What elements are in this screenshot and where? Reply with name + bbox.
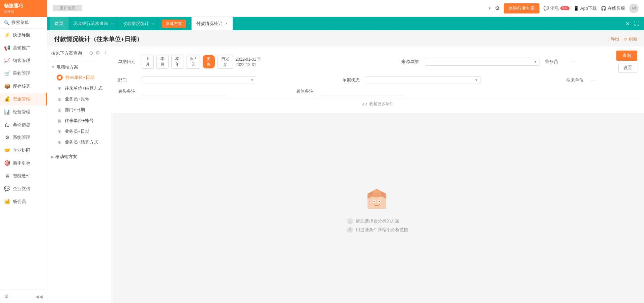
table-icon: ⊞: [57, 129, 62, 134]
svg-point-8: [379, 201, 380, 202]
step-1-num: 1: [347, 218, 353, 224]
new-scheme-btn[interactable]: 新建方案: [162, 20, 186, 28]
sidebar-item-finance[interactable]: 💰 资金管理: [0, 93, 47, 105]
tab-collection-stats-label: 收款情况统计: [123, 21, 149, 27]
sidebar: 畅捷通巧 标准版 🔍 搜索菜单 ⚡ 快捷导航 📢 营销推广 📈 销售管理 🛒 采…: [0, 0, 47, 303]
empty-state: 1 请先选择要分析的方案 2 用过滤条件来缩小分析范围: [111, 113, 644, 303]
sidebar-item-operation[interactable]: 📊 经营管理: [0, 105, 47, 118]
table-body-note-label: 表体备注: [296, 88, 320, 94]
table-body-note-input[interactable]: [320, 87, 404, 95]
sidebar-item-guide[interactable]: 🎯 新手引导: [0, 157, 47, 170]
desktop-group-header[interactable]: ▼ 电脑端方案: [47, 62, 111, 72]
quick-nav-icon: ⚡: [4, 32, 10, 38]
scheme-item-partner-account[interactable]: ▦ 往来单位+账号: [47, 115, 111, 126]
guide-icon: 🎯: [4, 160, 10, 166]
tab-payment-stats[interactable]: 付款情况统计 ×: [192, 17, 232, 30]
more-date-btn[interactable]: 更多: [203, 55, 215, 68]
empty-step-1: 1 请先选择要分析的方案: [347, 218, 408, 224]
sidebar-item-system[interactable]: ⚙ 系统管理: [0, 131, 47, 144]
table-header-note-input[interactable]: [142, 87, 226, 95]
sidebar-item-marketing[interactable]: 📢 营销推广: [0, 41, 47, 54]
scheme-item-label: 部门+日期: [65, 107, 85, 113]
mobile-group-header[interactable]: ▶ 移动端方案: [47, 152, 111, 162]
side-panel-settings-btn[interactable]: ⚙: [95, 50, 100, 56]
table-icon: ⊞: [57, 96, 62, 102]
topbar: 用户信息 ▾ ⚙ 体验行业方案 💬 消息 99+ 📱 App下载 🎧 在线客服 …: [47, 0, 644, 17]
last-7-days-btn[interactable]: 近7天: [186, 55, 200, 69]
online-service-btn[interactable]: 🎧 在线客服: [601, 5, 625, 11]
table-icon: ⊞: [57, 140, 62, 145]
sidebar-item-basic-info[interactable]: 🗂 基础信息: [0, 118, 47, 131]
wechat-icon: 💬: [4, 186, 10, 192]
sidebar-item-purchase[interactable]: 🛒 采购管理: [0, 67, 47, 80]
refresh-btn[interactable]: ↺ 刷新: [623, 36, 637, 42]
sidebar-item-label: 营销推广: [13, 45, 30, 51]
settings-btn[interactable]: 设置: [618, 63, 637, 73]
tab-bank-flow[interactable]: 现金银行流水查询 ×: [68, 17, 118, 30]
sidebar-item-member[interactable]: 👑 畅会员: [0, 195, 47, 208]
tab-payment-stats-close[interactable]: ×: [225, 22, 227, 26]
sidebar-item-hardware[interactable]: 🖥 智能硬件: [0, 170, 47, 182]
collapse-label: 收起更多条件: [369, 101, 393, 107]
svg-point-7: [374, 201, 375, 202]
app-download-icon: 📱: [574, 6, 579, 11]
sidebar-item-label: 智能硬件: [13, 173, 30, 179]
group-expand-icon: ▼: [51, 65, 55, 69]
partner-dots[interactable]: ···: [590, 77, 597, 83]
voucher-status-select[interactable]: ▾: [366, 76, 480, 84]
sidebar-item-collab[interactable]: 🤝 企业协同: [0, 144, 47, 157]
scheme-item-label: 业务员+日期: [65, 128, 89, 134]
sidebar-item-label: 新手引导: [13, 160, 30, 166]
table-icon: ⊞: [57, 86, 62, 91]
salesman-dots[interactable]: ···: [570, 59, 577, 65]
tab-collection-stats[interactable]: 收款情况统计 ×: [118, 17, 159, 30]
export-icon: ↑: [607, 37, 610, 42]
avatar-placeholder: Rit: [632, 6, 636, 10]
tab-collection-stats-close[interactable]: ×: [152, 22, 154, 26]
scheme-item-dept-date[interactable]: ⊞ 部门+日期: [47, 104, 111, 115]
custom-date-btn[interactable]: 自定义: [217, 55, 233, 69]
collapse-sidebar-icon[interactable]: ◀◀: [35, 294, 43, 299]
search-icon: 🔍: [4, 20, 9, 25]
split-pane: 按以下方案查询 ⊕ ⚙ 《 ▼ 电脑端方案: [47, 47, 644, 303]
scheme-item-salesman-settlement[interactable]: ⊞ 业务员+结算方式: [47, 137, 111, 148]
tab-new-scheme-close[interactable]: ×: [188, 22, 190, 26]
search-menu[interactable]: 🔍 搜索菜单: [0, 17, 47, 29]
user-avatar[interactable]: Rit: [629, 4, 639, 13]
settings-icon[interactable]: ⚙: [4, 293, 9, 300]
this-year-btn[interactable]: 本年: [171, 55, 183, 69]
side-panel-add-btn[interactable]: ⊕: [89, 50, 93, 56]
tab-expand-btn[interactable]: ⛶: [632, 21, 641, 27]
main-area: 用户信息 ▾ ⚙ 体验行业方案 💬 消息 99+ 📱 App下载 🎧 在线客服 …: [47, 0, 644, 303]
tab-bank-flow-close[interactable]: ×: [111, 22, 113, 26]
sidebar-item-quick-nav[interactable]: ⚡ 快捷导航: [0, 29, 47, 41]
export-btn[interactable]: ↑ 导出: [607, 36, 620, 42]
query-btn[interactable]: 查询: [616, 51, 637, 61]
this-month-btn[interactable]: 本月: [156, 55, 169, 69]
dept-select[interactable]: ▾: [142, 76, 256, 84]
scheme-item-partner-settlement[interactable]: ⊞ 往来单位+结算方式: [47, 83, 111, 94]
app-download-btn[interactable]: 📱 App下载: [574, 5, 597, 11]
scheme-item-salesman-date[interactable]: ⊞ 业务员+日期: [47, 126, 111, 137]
user-info: 用户信息: [53, 5, 485, 11]
collapse-conditions-btn[interactable]: ∧∧ 收起更多条件: [118, 99, 637, 109]
sidebar-item-sales[interactable]: 📈 销售管理: [0, 54, 47, 67]
scheme-item-partner-date[interactable]: 往来单位+日期: [47, 72, 111, 83]
tab-close-all-btn[interactable]: ✕: [623, 21, 632, 27]
select-arrow-icon: ▾: [251, 78, 253, 82]
side-panel-collapse-btn[interactable]: 《: [102, 50, 107, 56]
side-panel-header-label: 按以下方案查询: [51, 50, 82, 56]
tab-payment-stats-label: 付款情况统计: [196, 21, 223, 27]
topbar-settings-icon[interactable]: ⚙: [495, 5, 500, 11]
sidebar-item-inventory[interactable]: 📦 库存核算: [0, 80, 47, 93]
sidebar-item-label: 库存核算: [13, 83, 30, 89]
tab-home[interactable]: 首页: [50, 17, 68, 30]
messages-btn[interactable]: 💬 消息 99+: [544, 5, 569, 11]
last-month-btn[interactable]: 上月: [142, 55, 154, 69]
scheme-item-salesman-account[interactable]: ⊞ 业务员+账号: [47, 94, 111, 104]
mobile-scheme-group: ▶ 移动端方案: [47, 150, 111, 164]
voucher-source-select[interactable]: ▾: [425, 58, 539, 66]
topbar-dropdown-arrow[interactable]: ▾: [489, 6, 491, 11]
sidebar-item-wechat[interactable]: 💬 企业微信: [0, 182, 47, 195]
industry-btn[interactable]: 体验行业方案: [504, 3, 539, 13]
